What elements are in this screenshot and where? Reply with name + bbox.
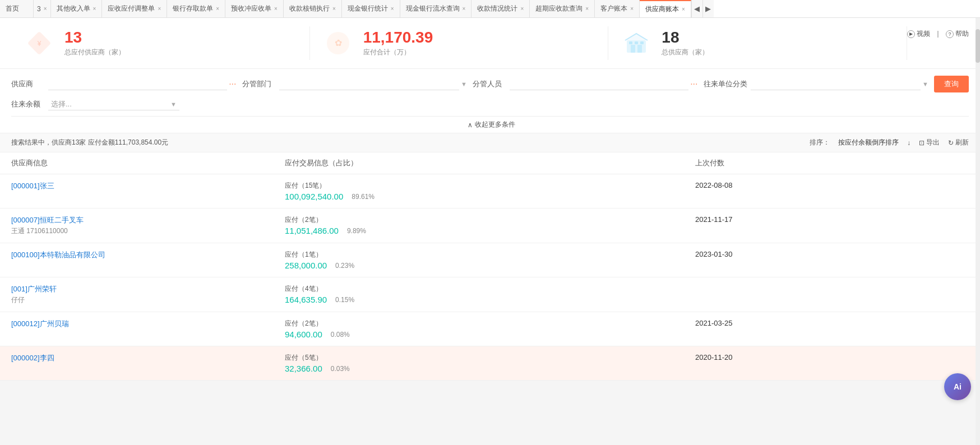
last-payment-cell: 2020-11-20 bbox=[695, 353, 969, 361]
scrollbar[interactable] bbox=[976, 18, 980, 381]
query-button[interactable]: 查询 bbox=[934, 76, 969, 92]
sort-down-icon: ↓ bbox=[907, 139, 910, 147]
help-link[interactable]: ? 帮助 bbox=[946, 29, 969, 39]
close-icon[interactable]: × bbox=[44, 6, 47, 12]
supplier-contact: 王通 17106110000 bbox=[11, 226, 285, 236]
tab-advance-receive[interactable]: 预收冲应收单 × bbox=[225, 0, 284, 18]
last-payment-cell: 2021-03-25 bbox=[695, 319, 969, 327]
tab-nav-right[interactable]: ▶ bbox=[702, 0, 714, 18]
supplier-info-cell: [000012]广州贝瑞 bbox=[11, 319, 285, 329]
transaction-percent: 0.23% bbox=[335, 262, 354, 270]
sort-value[interactable]: 按应付余额倒序排序 bbox=[838, 138, 899, 147]
refresh-button[interactable]: ↻ 刷新 bbox=[948, 138, 969, 147]
close-icon[interactable]: × bbox=[274, 6, 278, 12]
transaction-info-cell: 应付（15笔） 100,092,540.00 89.61% bbox=[285, 181, 695, 201]
header-transaction-info: 应付交易信息（占比） bbox=[285, 158, 695, 168]
close-icon[interactable]: × bbox=[93, 6, 96, 12]
payable-suppliers-label: 总应付供应商（家） bbox=[64, 48, 125, 57]
search-row-1: 供应商 ··· 分管部门 ▼ 分管人员 ··· 往来单位分类 ▼ 查询 bbox=[11, 76, 969, 92]
refresh-label: 刷新 bbox=[955, 138, 969, 147]
table-row[interactable]: [000012]广州贝瑞 应付（2笔） 94,600.00 0.08% 2021… bbox=[0, 312, 980, 346]
close-icon[interactable]: × bbox=[332, 6, 336, 12]
tab-collection-exec[interactable]: 收款核销执行 × bbox=[284, 0, 342, 18]
transaction-amount[interactable]: 164,635.90 bbox=[285, 295, 327, 304]
close-icon[interactable]: × bbox=[463, 6, 466, 12]
close-icon[interactable]: × bbox=[585, 6, 589, 12]
supplier-link[interactable]: [001]广州荣轩 bbox=[11, 285, 57, 293]
tab-cash-bank-flow[interactable]: 现金银行流水查询 × bbox=[400, 0, 472, 18]
tab-adjust[interactable]: 应收应付调整单 × bbox=[102, 0, 167, 18]
close-icon[interactable]: × bbox=[158, 6, 161, 12]
close-icon[interactable]: × bbox=[630, 6, 634, 12]
transaction-type: 应付（5笔） bbox=[285, 353, 695, 363]
transaction-type: 应付（4笔） bbox=[285, 284, 695, 294]
table-row[interactable]: [000002]李四 应付（5笔） 32,366.00 0.03% 2020-1… bbox=[0, 346, 980, 381]
supplier-input[interactable] bbox=[48, 78, 227, 90]
table-row[interactable]: [000001]张三 应付（15笔） 100,092,540.00 89.61%… bbox=[0, 174, 980, 208]
tab-supplier-ledger[interactable]: 供应商账本 × bbox=[640, 0, 691, 18]
tab-customer-ledger[interactable]: 客户账本 × bbox=[595, 0, 640, 18]
payable-total-number: 11,170.39 bbox=[363, 29, 433, 47]
department-input[interactable] bbox=[279, 78, 460, 90]
close-icon[interactable]: × bbox=[682, 6, 685, 12]
summary-bar: ¥ 13 总应付供应商（家） ✿ 11,170.39 应付合计（万） bbox=[0, 18, 980, 69]
person-input[interactable] bbox=[510, 78, 688, 90]
close-icon[interactable]: × bbox=[520, 6, 524, 12]
scrollbar-thumb[interactable] bbox=[976, 29, 980, 63]
collapse-label: 收起更多条件 bbox=[475, 120, 515, 129]
tab-overdue-query[interactable]: 超期应收款查询 × bbox=[530, 0, 595, 18]
payable-total-label: 应付合计（万） bbox=[363, 48, 433, 57]
last-payment-cell: 2022-08-08 bbox=[695, 181, 969, 189]
supplier-dots-btn[interactable]: ··· bbox=[229, 79, 236, 89]
transaction-type: 应付（1笔） bbox=[285, 250, 695, 259]
transaction-type: 应付（2笔） bbox=[285, 215, 695, 225]
transaction-amount[interactable]: 100,092,540.00 bbox=[285, 192, 343, 201]
divider: ｜ bbox=[935, 29, 941, 39]
supplier-link[interactable]: [000001]张三 bbox=[11, 182, 54, 190]
supplier-link[interactable]: [000100]本特勒油品有限公司 bbox=[11, 251, 105, 259]
table-row[interactable]: [000100]本特勒油品有限公司 应付（1笔） 258,000.00 0.23… bbox=[0, 243, 980, 277]
last-payment-date: 2021-03-25 bbox=[695, 319, 733, 327]
collapse-more-button[interactable]: ∧ 收起更多条件 bbox=[11, 116, 969, 133]
tab-cash-bank-stats[interactable]: 现金银行统计 × bbox=[342, 0, 400, 18]
summary-card-payable-total: ✿ 11,170.39 应付合计（万） bbox=[310, 26, 609, 60]
transaction-amount[interactable]: 258,000.00 bbox=[285, 261, 327, 270]
category-input[interactable] bbox=[751, 78, 921, 90]
supplier-contact: 仔仔 bbox=[11, 295, 285, 305]
svg-rect-8 bbox=[635, 41, 638, 44]
export-button[interactable]: ⊡ 导出 bbox=[919, 138, 940, 147]
transaction-amount[interactable]: 94,600.00 bbox=[285, 330, 322, 339]
table-row[interactable]: [000007]恒旺二手叉车 王通 17106110000 应付（2笔） 11,… bbox=[0, 208, 980, 243]
tab-other-income[interactable]: 其他收入单 × bbox=[51, 0, 103, 18]
supplier-info-cell: [000100]本特勒油品有限公司 bbox=[11, 250, 285, 260]
transaction-amount[interactable]: 32,366.00 bbox=[285, 364, 322, 373]
balance-select[interactable]: 选择... bbox=[48, 98, 179, 110]
last-payment-cell: 2021-11-17 bbox=[695, 215, 969, 224]
supplier-info-cell: [000007]恒旺二手叉车 王通 17106110000 bbox=[11, 215, 285, 236]
total-suppliers-number: 18 bbox=[662, 29, 709, 47]
tab-bank-deposit[interactable]: 银行存取款单 × bbox=[167, 0, 225, 18]
tab-nav-left[interactable]: ◀ bbox=[691, 0, 702, 18]
tab-home[interactable]: 首页 bbox=[0, 0, 34, 18]
supplier-link[interactable]: [000007]恒旺二手叉车 bbox=[11, 216, 84, 224]
balance-dropdown-icon: ▼ bbox=[170, 101, 177, 108]
department-dropdown-icon[interactable]: ▼ bbox=[461, 81, 467, 87]
video-link[interactable]: ▶ 视频 bbox=[907, 29, 930, 39]
supplier-link[interactable]: [000012]广州贝瑞 bbox=[11, 319, 69, 328]
table-row[interactable]: [001]广州荣轩 仔仔 应付（4笔） 164,635.90 0.15% bbox=[0, 277, 980, 312]
result-actions: 排序： 按应付余额倒序排序 ↓ ⊡ 导出 ↻ 刷新 bbox=[810, 138, 969, 147]
transaction-amount[interactable]: 11,051,486.00 bbox=[285, 226, 339, 235]
category-dropdown-icon[interactable]: ▼ bbox=[922, 81, 928, 87]
supplier-link[interactable]: [000002]李四 bbox=[11, 354, 54, 362]
refresh-icon: ↻ bbox=[948, 139, 954, 147]
close-icon[interactable]: × bbox=[216, 6, 219, 12]
close-icon[interactable]: × bbox=[391, 6, 394, 12]
tab-collection-stats[interactable]: 收款情况统计 × bbox=[471, 0, 530, 18]
diamond-icon: ¥ bbox=[22, 26, 56, 60]
payable-suppliers-number: 13 bbox=[64, 29, 125, 47]
tab-3[interactable]: 3 × bbox=[34, 0, 51, 18]
transaction-type: 应付（15笔） bbox=[285, 181, 695, 191]
export-label: 导出 bbox=[926, 138, 940, 147]
total-suppliers-label: 总供应商（家） bbox=[662, 48, 709, 57]
person-dots-btn[interactable]: ··· bbox=[690, 79, 697, 89]
